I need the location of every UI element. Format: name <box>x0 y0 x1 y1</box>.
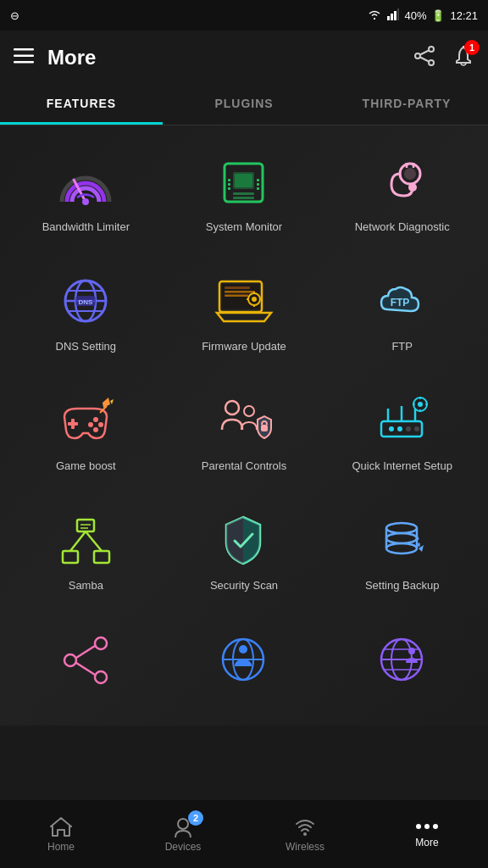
share-pink-icon <box>56 631 115 690</box>
devices-count-badge: 2 <box>188 810 203 826</box>
feature-bandwidth-limiter[interactable]: Bandwidth Limiter <box>7 134 165 253</box>
svg-point-68 <box>414 426 419 431</box>
parental-controls-icon <box>214 392 274 451</box>
tab-features[interactable]: FEATURES <box>0 85 163 125</box>
nav-devices[interactable]: 2 Devices <box>122 809 244 860</box>
svg-point-98 <box>239 645 247 654</box>
svg-point-54 <box>93 417 98 422</box>
svg-rect-2 <box>394 11 396 20</box>
svg-point-91 <box>95 671 107 683</box>
dns-setting-icon: DNS <box>56 272 115 331</box>
svg-rect-44 <box>225 294 248 297</box>
feature-ftp[interactable]: FTP FTP <box>323 253 481 373</box>
feature-item13[interactable] <box>7 612 165 717</box>
feature-dns-setting[interactable]: DNS DNS Setting <box>7 253 165 373</box>
share-icon[interactable] <box>413 46 435 70</box>
feature-item15[interactable] <box>323 612 481 717</box>
svg-rect-20 <box>228 187 230 190</box>
devices-badge-wrapper: 2 <box>171 815 195 837</box>
globe-blue-icon <box>214 631 274 690</box>
game-boost-label: Game boost <box>56 459 116 474</box>
security-scan-label: Security Scan <box>210 579 278 593</box>
svg-rect-0 <box>387 16 390 20</box>
svg-point-65 <box>389 426 394 431</box>
svg-rect-75 <box>77 520 94 531</box>
feature-grid-area: Bandwidth Limiter <box>0 125 488 726</box>
feature-network-diagnostic[interactable]: Network Diagnostic <box>323 134 481 253</box>
firmware-update-icon <box>214 272 274 331</box>
bandwidth-limiter-icon <box>56 153 115 212</box>
header-left: More <box>14 46 96 70</box>
svg-point-32 <box>412 163 415 166</box>
battery-icon: 🔋 <box>431 9 445 22</box>
main-content: Bandwidth Limiter <box>0 125 488 800</box>
svg-point-106 <box>303 832 307 836</box>
svg-rect-24 <box>233 192 254 195</box>
svg-rect-43 <box>225 291 255 293</box>
svg-point-59 <box>244 406 254 416</box>
battery-text: 40% <box>404 9 426 22</box>
nav-more[interactable]: More <box>366 813 488 855</box>
nav-more-label: More <box>415 837 438 849</box>
feature-system-monitor[interactable]: System Monitor <box>165 134 324 253</box>
svg-point-31 <box>405 163 408 166</box>
svg-point-46 <box>252 297 257 302</box>
tab-bar: FEATURES PLUGINS THIRD-PARTY <box>0 85 488 125</box>
feature-grid: Bandwidth Limiter <box>0 134 488 717</box>
svg-point-70 <box>418 402 423 407</box>
tab-plugins[interactable]: PLUGINS <box>163 85 325 125</box>
bandwidth-limiter-label: Bandwidth Limiter <box>42 220 130 235</box>
svg-rect-18 <box>228 179 230 181</box>
svg-rect-53 <box>68 422 78 426</box>
svg-line-10 <box>420 51 429 55</box>
system-monitor-label: System Monitor <box>206 220 282 235</box>
nav-wireless-label: Wireless <box>286 841 324 853</box>
notification-button[interactable]: 1 <box>452 45 474 70</box>
svg-rect-3 <box>397 8 399 20</box>
quick-internet-setup-label: Quick Internet Setup <box>352 459 452 474</box>
security-scan-icon <box>214 511 274 570</box>
status-right: 40% 🔋 12:21 <box>367 8 478 23</box>
feature-samba[interactable]: Samba <box>7 492 165 612</box>
network-diagnostic-label: Network Diagnostic <box>355 220 450 235</box>
setting-backup-label: Setting Backup <box>365 579 439 593</box>
svg-text:DNS: DNS <box>78 298 93 306</box>
svg-point-56 <box>93 427 98 432</box>
feature-game-boost[interactable]: Game boost <box>7 373 165 492</box>
feature-security-scan[interactable]: Security Scan <box>165 492 324 612</box>
svg-line-93 <box>76 646 95 658</box>
hamburger-icon[interactable] <box>14 48 34 67</box>
status-icon: ⊖ <box>10 9 19 22</box>
svg-rect-6 <box>14 61 34 64</box>
samba-icon <box>56 511 115 570</box>
tab-third-party[interactable]: THIRD-PARTY <box>325 85 488 125</box>
samba-label: Samba <box>69 579 103 593</box>
svg-rect-42 <box>225 287 250 289</box>
svg-text:FTP: FTP <box>391 297 410 309</box>
status-bar: ⊖ 40% 🔋 12:21 <box>0 0 488 31</box>
feature-quick-internet-setup[interactable]: Quick Internet Setup <box>323 373 481 492</box>
firmware-update-label: Firmware Update <box>202 340 286 354</box>
nav-home[interactable]: Home <box>0 809 122 860</box>
svg-point-8 <box>429 60 434 65</box>
svg-rect-77 <box>94 551 109 563</box>
feature-setting-backup[interactable]: Setting Backup <box>323 492 481 612</box>
nav-wireless[interactable]: Wireless <box>244 809 366 860</box>
dns-setting-label: DNS Setting <box>56 340 117 354</box>
svg-rect-5 <box>14 55 34 58</box>
svg-point-7 <box>429 47 434 52</box>
nav-home-label: Home <box>47 841 75 853</box>
svg-point-92 <box>64 654 76 666</box>
svg-point-108 <box>424 824 430 829</box>
svg-point-82 <box>386 523 417 533</box>
svg-point-88 <box>386 543 417 554</box>
svg-line-78 <box>70 531 86 551</box>
parental-controls-label: Parental Controls <box>202 459 286 474</box>
feature-firmware-update[interactable]: Firmware Update <box>165 253 324 373</box>
feature-parental-controls[interactable]: Parental Controls <box>165 373 324 492</box>
signal-icon <box>387 8 399 23</box>
feature-item14[interactable] <box>165 612 324 717</box>
wifi-icon <box>367 8 382 23</box>
svg-rect-1 <box>391 14 393 20</box>
app-header: More 1 <box>0 31 488 85</box>
